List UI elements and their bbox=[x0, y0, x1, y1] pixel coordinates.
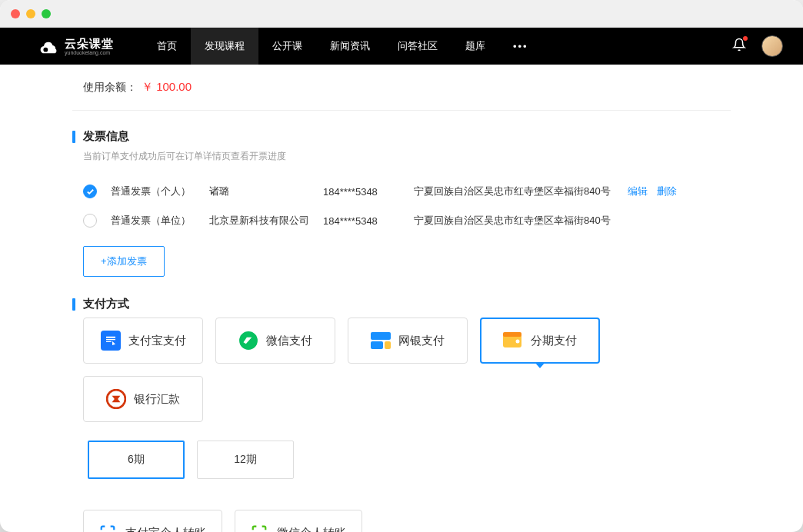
transfer-methods: 支付宝个人转账 微信个人转账 bbox=[83, 510, 731, 532]
term-6[interactable]: 6期 bbox=[88, 441, 185, 479]
invoice-type: 普通发票（单位） bbox=[111, 214, 195, 228]
invoice-subtitle: 当前订单支付成功后可在订单详情页查看开票进度 bbox=[83, 150, 731, 163]
unionpay-icon bbox=[371, 331, 391, 351]
notifications-icon[interactable] bbox=[732, 38, 746, 55]
bank-icon bbox=[106, 389, 126, 409]
svg-rect-4 bbox=[385, 341, 391, 349]
pay-label: 微信支付 bbox=[266, 334, 312, 348]
transfer-label: 支付宝个人转账 bbox=[125, 526, 206, 533]
notification-dot bbox=[743, 36, 748, 41]
nav-home[interactable]: 首页 bbox=[143, 28, 191, 65]
window-maximize[interactable] bbox=[42, 9, 51, 18]
window-close[interactable] bbox=[11, 9, 20, 18]
invoice-phone: 184****5348 bbox=[323, 215, 400, 227]
installment-terms: 6期 12期 bbox=[88, 441, 731, 479]
alipay-icon bbox=[101, 331, 121, 351]
invoice-phone: 184****5348 bbox=[323, 186, 400, 198]
pay-wechat[interactable]: 微信支付 bbox=[215, 318, 335, 364]
nav-qa[interactable]: 问答社区 bbox=[384, 28, 451, 65]
wallet-icon bbox=[503, 331, 523, 351]
invoice-row-personal[interactable]: 普通发票（个人） 诸璐 184****5348 宁夏回族自治区吴忠市红寺堡区幸福… bbox=[72, 177, 731, 206]
pay-bank[interactable]: 银行汇款 bbox=[83, 376, 203, 422]
edit-link[interactable]: 编辑 bbox=[628, 185, 648, 198]
payment-section: 支付方式 支付宝支付 微信支付 bbox=[72, 297, 731, 532]
payment-title: 支付方式 bbox=[83, 297, 129, 311]
payment-methods: 支付宝支付 微信支付 网银支付 bbox=[83, 318, 731, 422]
pay-label: 分期支付 bbox=[531, 334, 577, 348]
invoice-type: 普通发票（个人） bbox=[111, 185, 195, 198]
main-content: 使用余额： ￥ 100.00 发票信息 当前订单支付成功后可在订单详情页查看开票… bbox=[0, 65, 803, 532]
cloud-icon bbox=[38, 35, 60, 57]
invoice-addr: 宁夏回族自治区吴忠市红寺堡区幸福街840号 bbox=[414, 185, 614, 198]
mac-titlebar bbox=[0, 0, 803, 28]
transfer-alipay[interactable]: 支付宝个人转账 bbox=[83, 510, 222, 532]
pay-unionpay[interactable]: 网银支付 bbox=[348, 318, 468, 364]
section-header: 发票信息 bbox=[72, 129, 731, 144]
wechat-icon bbox=[238, 331, 258, 351]
svg-point-7 bbox=[516, 340, 520, 344]
svg-rect-6 bbox=[503, 332, 521, 337]
radio-unchecked[interactable] bbox=[83, 214, 97, 228]
invoice-row-company[interactable]: 普通发票（单位） 北京昱新科技有限公司 184****5348 宁夏回族自治区吴… bbox=[72, 206, 731, 235]
balance-amount: ￥ 100.00 bbox=[142, 80, 192, 95]
invoice-section: 发票信息 当前订单支付成功后可在订单详情页查看开票进度 普通发票（个人） 诸璐 … bbox=[72, 129, 731, 277]
balance-row: 使用余额： ￥ 100.00 bbox=[72, 65, 731, 111]
window-minimize[interactable] bbox=[26, 9, 35, 18]
scan-icon bbox=[99, 524, 116, 532]
app-window: 云朵课堂 yunduoketang.com 首页 发现课程 公开课 新闻资讯 问… bbox=[0, 0, 803, 532]
section-bar-icon bbox=[72, 131, 75, 143]
transfer-label: 微信个人转账 bbox=[277, 526, 346, 533]
invoice-name: 北京昱新科技有限公司 bbox=[209, 214, 309, 228]
pay-installment[interactable]: 分期支付 bbox=[480, 318, 600, 364]
invoice-name: 诸璐 bbox=[209, 185, 309, 198]
svg-point-0 bbox=[43, 48, 48, 52]
invoice-actions: 编辑 删除 bbox=[628, 185, 677, 198]
brand-name: 云朵课堂 bbox=[65, 37, 114, 50]
avatar[interactable] bbox=[761, 35, 783, 57]
radio-checked[interactable] bbox=[83, 185, 97, 198]
transfer-wechat[interactable]: 微信个人转账 bbox=[235, 510, 362, 532]
delete-link[interactable]: 删除 bbox=[657, 185, 677, 198]
nav-more[interactable]: ••• bbox=[499, 28, 542, 65]
nav-discover[interactable]: 发现课程 bbox=[191, 28, 258, 65]
nav-public[interactable]: 公开课 bbox=[258, 28, 316, 65]
pay-alipay[interactable]: 支付宝支付 bbox=[83, 318, 203, 364]
term-12[interactable]: 12期 bbox=[197, 441, 294, 479]
pay-label: 支付宝支付 bbox=[128, 334, 186, 348]
invoice-addr: 宁夏回族自治区吴忠市红寺堡区幸福街840号 bbox=[414, 214, 614, 228]
svg-rect-3 bbox=[371, 341, 383, 349]
section-header: 支付方式 bbox=[72, 297, 731, 311]
nav-news[interactable]: 新闻资讯 bbox=[316, 28, 384, 65]
pay-label: 网银支付 bbox=[398, 334, 445, 348]
pay-label: 银行汇款 bbox=[134, 392, 180, 407]
nav-bank[interactable]: 题库 bbox=[451, 28, 499, 65]
top-nav: 云朵课堂 yunduoketang.com 首页 发现课程 公开课 新闻资讯 问… bbox=[0, 28, 803, 65]
nav-links: 首页 发现课程 公开课 新闻资讯 问答社区 题库 ••• bbox=[143, 28, 542, 65]
svg-rect-2 bbox=[371, 332, 391, 340]
brand-sub: yunduoketang.com bbox=[65, 50, 114, 55]
balance-label: 使用余额： bbox=[83, 81, 137, 95]
brand-logo[interactable]: 云朵课堂 yunduoketang.com bbox=[38, 35, 114, 57]
add-invoice-button[interactable]: +添加发票 bbox=[83, 246, 165, 277]
scan-icon bbox=[251, 524, 268, 532]
nav-right bbox=[732, 35, 783, 57]
invoice-title: 发票信息 bbox=[83, 129, 129, 144]
section-bar-icon bbox=[72, 298, 75, 311]
